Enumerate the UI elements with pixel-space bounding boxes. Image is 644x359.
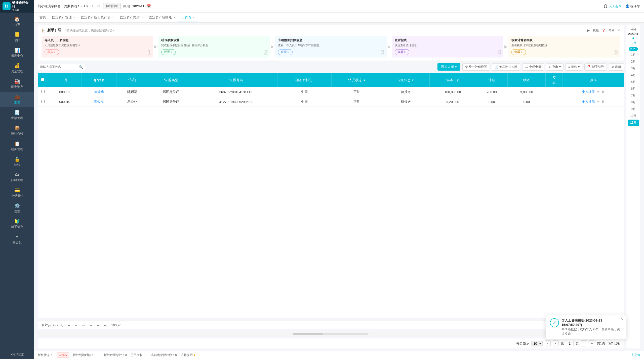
btn-export[interactable]: ⬇ 导出 ▾	[546, 63, 564, 71]
report-status-filter-icon[interactable]: ▼	[411, 79, 414, 82]
sidebar-item-fixed-assets[interactable]: 🏭 固定资产	[0, 76, 34, 92]
sidebar-item-archive[interactable]: 🗂 归档管理	[0, 170, 34, 185]
calendar-month-3[interactable]: 3月	[628, 65, 639, 72]
step2-btn[interactable]: 设置＞	[161, 49, 176, 55]
calendar-month-12[interactable]: 12月	[628, 40, 639, 46]
btn-old-version[interactable]: 切到旧版	[103, 3, 121, 9]
last-page-btn[interactable]: »	[589, 340, 595, 346]
user-menu[interactable]: 👤 徐泽华	[625, 4, 640, 9]
btn-special-deduction[interactable]: 📄 专项附加扣除	[492, 63, 520, 71]
calendar-expand-icon[interactable]: ◀◀	[630, 26, 637, 32]
add-account-icon[interactable]: ＋	[91, 4, 95, 9]
th-checkbox	[38, 73, 48, 87]
next-page-btn[interactable]: ›	[581, 340, 587, 346]
row1-name-link[interactable]: 徐泽华	[94, 90, 104, 94]
status-filter-icon[interactable]: ▼	[363, 79, 366, 82]
ai-consult-button[interactable]: 🎧 人工咨询	[603, 4, 622, 9]
calendar-month-10[interactable]: 10月	[628, 113, 639, 119]
calendar-month-5[interactable]: 5月	[628, 79, 639, 85]
sidebar-item-settings[interactable]: ⚙️ 设置	[0, 200, 34, 216]
step3-btn[interactable]: 查看＞	[278, 49, 293, 55]
sidebar-item-wizard[interactable]: 🔰 新手引导	[0, 216, 34, 232]
wizard-close-icon[interactable]: ✕	[618, 29, 620, 32]
tab-fixed-assets-close[interactable]: ×	[73, 16, 75, 19]
search-input[interactable]	[40, 65, 78, 69]
btn-refresh[interactable]: ↻ 刷新	[609, 63, 624, 71]
row2-checkbox[interactable]	[38, 97, 48, 107]
calendar-month-9[interactable]: 9月	[628, 106, 639, 112]
tab-home[interactable]: 首页	[36, 13, 49, 22]
row1-delete-icon[interactable]: 🗑	[601, 90, 605, 94]
row2-social-link[interactable]: 个人社保	[582, 100, 595, 104]
recharge-button[interactable]: 去充值	[631, 353, 640, 357]
per-page-select[interactable]: 10 20 50	[531, 341, 543, 346]
account-selector[interactable]: 刘小艳演示账套（勿删勿动！）1 ▾	[38, 4, 88, 9]
row1-checkbox[interactable]	[38, 87, 48, 97]
guide-icon: ❓	[587, 65, 591, 69]
row2-name-link[interactable]: 李俊杰	[94, 100, 104, 104]
sidebar-item-salary[interactable]: 💼 工资	[0, 92, 34, 107]
sidebar-item-tax[interactable]: 📋 税务管理	[0, 138, 34, 154]
select-all-checkbox[interactable]	[41, 78, 44, 81]
btn-add-person[interactable]: 添加人员 ▾	[437, 63, 460, 71]
btn-social-settings[interactable]: ⚙ 统一社保设置	[462, 63, 490, 71]
sidebar-item-ledger[interactable]: 📒 总账	[0, 29, 34, 45]
sidebar-item-member[interactable]: ✦ 畅会员	[0, 232, 34, 247]
fixed-assets-icon: 🏭	[14, 79, 20, 84]
wizard-video-label[interactable]: 视频	[593, 28, 599, 33]
tab-salary[interactable]: 工资表 ×	[178, 13, 197, 22]
calendar-month-8[interactable]: 8月	[628, 99, 639, 106]
cancel-fix-button[interactable]: ◀取消固定	[3, 353, 31, 356]
tab-fixed-assets[interactable]: 固定资产管理 ×	[49, 13, 78, 22]
prev-page-btn[interactable]: ‹	[553, 340, 559, 346]
search-box[interactable]: 🔍	[38, 64, 85, 70]
calendar-month-4[interactable]: 4月	[628, 72, 639, 78]
calendar-icon[interactable]: 📅	[147, 4, 151, 8]
btn-new-guide[interactable]: ❓ 新手引导	[584, 63, 607, 71]
row1-check[interactable]	[41, 90, 45, 93]
row1-edit-icon[interactable]: ✏	[597, 90, 599, 94]
sidebar-item-expense[interactable]: 💳 小畅报销	[0, 185, 34, 200]
tab-asset-category[interactable]: 固定资产类别 ×	[117, 13, 146, 22]
tab-asset-detail[interactable]: 固定资产明细账 ×	[146, 13, 178, 22]
step4-btn[interactable]: 查看＞	[395, 49, 409, 55]
tab-salary-label: 工资表	[181, 15, 191, 20]
row2-delete-icon[interactable]: 🗑	[601, 100, 605, 104]
wizard-help-label[interactable]: 帮助	[609, 28, 615, 33]
status-bar: 授权状态： 未授权 授权到期时间：—— 授权数量总计：0 已用授权：0 当前剩余…	[34, 351, 644, 359]
tab-asset-category-label: 固定资产类别	[120, 15, 140, 20]
calendar-month-2[interactable]: 2月	[628, 59, 639, 65]
sidebar-item-salary-label: 工资	[14, 100, 20, 105]
btn-tax-report[interactable]: 🖨 个税申报	[522, 63, 544, 71]
sidebar-item-invoices[interactable]: 🧾 发票管理	[0, 107, 34, 123]
calendar-month-7[interactable]: 7月	[628, 92, 639, 99]
sidebar-item-funds[interactable]: 💰 资金管理	[0, 61, 34, 76]
sort-icon[interactable]: ⇅	[94, 78, 96, 82]
toast-close-icon[interactable]: ✕	[621, 317, 624, 321]
step1-btn[interactable]: 导入＞	[45, 49, 59, 55]
step5-btn[interactable]: 查看＞	[511, 49, 526, 55]
tab-asset-detail-close[interactable]: ×	[174, 16, 175, 19]
calendar-month-1[interactable]: 1月	[628, 52, 639, 58]
user-avatar-icon: 👤	[625, 4, 629, 8]
tab-salary-close[interactable]: ×	[193, 16, 194, 19]
calendar-up-icon[interactable]: ▲	[632, 36, 635, 39]
sidebar-item-home[interactable]: 🏠 首页	[0, 14, 34, 29]
sidebar-item-close[interactable]: 🔒 结账	[0, 154, 34, 170]
toolbar-right: 添加人员 ▾ ⚙ 统一社保设置 📄 专项附加扣除 🖨 个税申报	[437, 63, 624, 71]
sidebar-item-inventory[interactable]: 📦 进销台账	[0, 123, 34, 138]
row1-social-link[interactable]: 个人社保	[582, 90, 595, 94]
first-page-btn[interactable]: «	[545, 340, 551, 346]
tab-asset-category-close[interactable]: ×	[141, 16, 143, 19]
calendar-month-11[interactable]: 11月	[628, 120, 639, 126]
settings-gear-icon[interactable]: ⚙	[97, 4, 101, 9]
tab-depreciation-close[interactable]: ×	[112, 16, 114, 19]
sidebar-item-reports[interactable]: 📊 报表中心	[0, 45, 34, 61]
archive-icon: 🗂	[15, 172, 19, 177]
btn-operation[interactable]: ≡ 操作 ▾	[566, 63, 582, 71]
row2-edit-icon[interactable]: ✏	[597, 100, 599, 104]
row2-check[interactable]	[41, 100, 45, 103]
tab-depreciation[interactable]: 固定资产折旧统计表 ×	[78, 13, 117, 22]
page-number-input[interactable]	[566, 341, 574, 346]
calendar-month-6[interactable]: 6月	[628, 86, 639, 92]
